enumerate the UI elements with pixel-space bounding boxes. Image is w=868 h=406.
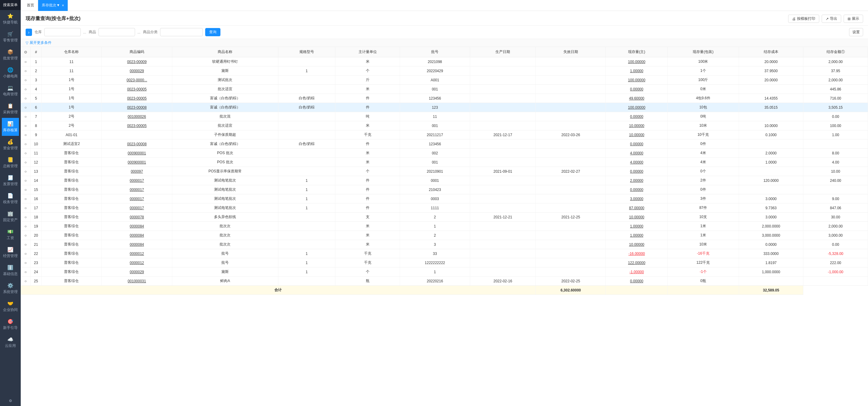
row-qty-main[interactable]: 0.00000: [606, 112, 668, 121]
row-qty-main[interactable]: 0.00000: [606, 167, 668, 176]
th-cost[interactable]: 结存成本: [739, 47, 803, 57]
sidebar-item-15[interactable]: ⚙️系统管理: [2, 280, 19, 298]
table-row[interactable]: ○ 19 普客综仓 0000084 批次次 米 1 1.00000 1米 2,0…: [21, 222, 868, 231]
row-qty-main[interactable]: 0.00000: [606, 139, 668, 149]
row-code[interactable]: [101, 130, 172, 139]
row-icon[interactable]: ○: [21, 103, 30, 112]
row-code[interactable]: 0000029: [101, 66, 172, 75]
row-qty-main[interactable]: 122.00000: [606, 258, 668, 267]
row-code[interactable]: 0000017: [101, 203, 172, 212]
row-icon[interactable]: ○: [21, 75, 30, 85]
row-qty-main[interactable]: 100.00000: [606, 57, 668, 66]
table-row[interactable]: ○ 5 1号 0023-00005 富诚（白色/奶棕） 白色/奶棕 件 1234…: [21, 94, 868, 103]
row-icon[interactable]: ○: [21, 222, 30, 231]
table-row[interactable]: ○ 15 普客综仓 0000017 测试电笔批次 1 件 210423 0.00…: [21, 185, 868, 194]
sidebar-item-10[interactable]: 📄税务管理: [2, 190, 19, 208]
row-icon[interactable]: ○: [21, 249, 30, 258]
row-code[interactable]: 0000017: [101, 194, 172, 203]
sidebar-item-1[interactable]: 🛒零售管理: [2, 28, 19, 46]
table-row[interactable]: ○ 16 普客综仓 0000017 测试电笔批次 1 件 0003 3.0000…: [21, 194, 868, 203]
row-code[interactable]: 000900001: [101, 149, 172, 158]
table-row[interactable]: ○ 13 普客综仓 000097 POS显示率保质期常 个 20210901 2…: [21, 167, 868, 176]
row-icon[interactable]: ○: [21, 267, 30, 276]
row-qty-main[interactable]: 0.00000: [606, 185, 668, 194]
row-code[interactable]: 0000017: [101, 185, 172, 194]
table-row[interactable]: ○ 12 普客综仓 000900001 POS 批次 米 001 4.00000…: [21, 158, 868, 167]
row-icon[interactable]: ○: [21, 212, 30, 222]
sidebar-item-18[interactable]: ☁️云应用: [2, 334, 19, 351]
table-row[interactable]: ○ 14 普客综仓 0000017 测试电笔批次 1 件 0001 2.0000…: [21, 176, 868, 185]
table-row[interactable]: ○ 2 11 0000029 黛斯 1 个 20220429 1.00000 1…: [21, 66, 868, 75]
row-qty-main[interactable]: -1.00000: [606, 267, 668, 276]
export-button[interactable]: ↗ 导出: [822, 14, 841, 23]
th-prod-date[interactable]: 生产日期: [470, 47, 535, 57]
row-code[interactable]: 0023-00005: [101, 85, 172, 94]
table-row[interactable]: ○ 25 普客综仓 001000031 鲜肉A 瓶 20220216 2022-…: [21, 276, 868, 286]
tab-close-icon[interactable]: ×: [62, 3, 64, 8]
row-icon[interactable]: ○: [21, 121, 30, 130]
row-icon[interactable]: ○: [21, 176, 30, 185]
sidebar-item-4[interactable]: 💻电商管理: [2, 82, 19, 100]
row-code[interactable]: 001000026: [101, 112, 172, 121]
row-qty-main[interactable]: 87.00000: [606, 203, 668, 212]
row-code[interactable]: 0000084: [101, 231, 172, 240]
row-code[interactable]: 001000031: [101, 276, 172, 286]
th-code[interactable]: 商品编码: [101, 47, 172, 57]
row-icon[interactable]: ○: [21, 85, 30, 94]
row-code[interactable]: 0000084: [101, 240, 172, 249]
table-row[interactable]: ○ 9 A01-01 子件保质期超 千克 20211217 2021-12-17…: [21, 130, 868, 139]
row-icon[interactable]: ○: [21, 139, 30, 149]
sidebar-item-14[interactable]: ℹ️基础信息: [2, 262, 19, 280]
row-qty-main[interactable]: 4.00000: [606, 149, 668, 158]
row-icon[interactable]: ○: [21, 258, 30, 267]
tab-home[interactable]: 首页: [23, 0, 38, 11]
row-icon[interactable]: ○: [21, 276, 30, 286]
th-unit[interactable]: 主计量单位: [335, 47, 400, 57]
row-code[interactable]: 0000078: [101, 212, 172, 222]
sidebar-item-0[interactable]: ⭐快捷导航: [2, 10, 19, 28]
th-spec[interactable]: 规格型号: [278, 47, 335, 57]
th-icon[interactable]: ⊙: [21, 47, 30, 57]
table-row[interactable]: ○ 22 普客综仓 0000012 批号 1 千克 33 -16.00000 -…: [21, 249, 868, 258]
row-qty-main[interactable]: 0.00000: [606, 276, 668, 286]
sidebar-item-13[interactable]: 📈经营管理: [2, 244, 19, 262]
th-amount[interactable]: 结存金额①: [803, 47, 868, 57]
th-qty-main[interactable]: 现存量(主): [606, 47, 668, 57]
table-row[interactable]: ○ 3 1号 0023-0000... 测试批次 斤 A001 100.0000…: [21, 75, 868, 85]
row-icon[interactable]: ○: [21, 94, 30, 103]
th-name[interactable]: 商品名称: [172, 47, 278, 57]
row-code[interactable]: 0023-00008: [101, 139, 172, 149]
table-row[interactable]: ○ 24 普客综仓 0000029 黛斯 1 个 1 -1.00000 -1个 …: [21, 267, 868, 276]
row-code[interactable]: 000900001: [101, 158, 172, 167]
sidebar-item-2[interactable]: 📦批发管理: [2, 46, 19, 64]
row-code[interactable]: 0000084: [101, 222, 172, 231]
category-input[interactable]: [160, 28, 203, 36]
row-icon[interactable]: ○: [21, 112, 30, 121]
table-row[interactable]: ○ 4 1号 0023-00005 批次适宜 米 001 0.00000 0米 …: [21, 85, 868, 94]
table-row[interactable]: ○ 7 2号 001000026 批次混 吨 11 0.00000 0吨 0.0…: [21, 112, 868, 121]
row-code[interactable]: 0000012: [101, 249, 172, 258]
row-icon[interactable]: ○: [21, 231, 30, 240]
table-row[interactable]: ○ 20 普客综仓 0000084 批次次 米 2 1.00000 1米 3,0…: [21, 231, 868, 240]
row-icon[interactable]: ○: [21, 158, 30, 167]
table-row[interactable]: ○ 8 2号 0023-00005 批次适宜 米 001 10.00000 10…: [21, 121, 868, 130]
sidebar-item-6[interactable]: 📊库存核算: [2, 118, 19, 136]
sidebar-item-12[interactable]: 💵工资: [2, 226, 19, 244]
row-icon[interactable]: ○: [21, 66, 30, 75]
row-icon[interactable]: ○: [21, 203, 30, 212]
row-code[interactable]: 0023-00008: [101, 103, 172, 112]
row-icon[interactable]: ○: [21, 194, 30, 203]
table-row[interactable]: ○ 6 1号 0023-00008 富诚（白色/奶棕） 白色/奶棕 件 123 …: [21, 103, 868, 112]
row-code[interactable]: 0023-0000...: [101, 75, 172, 85]
row-icon[interactable]: ○: [21, 185, 30, 194]
row-qty-main[interactable]: 0.00000: [606, 85, 668, 94]
row-qty-main[interactable]: 100.00000: [606, 103, 668, 112]
table-row[interactable]: ○ 17 普客综仓 0000017 测试电笔批次 1 件 1111 87.000…: [21, 203, 868, 212]
sidebar-item-5[interactable]: 📋采购管理: [2, 100, 19, 118]
sidebar-item-7[interactable]: 💰资金管理: [2, 136, 19, 154]
sidebar-item-9[interactable]: 🧾发票管理: [2, 172, 19, 190]
row-code[interactable]: 0000017: [101, 176, 172, 185]
sidebar-settings-button[interactable]: ⚙: [0, 396, 21, 406]
row-code[interactable]: 0023-00009: [101, 57, 172, 66]
row-qty-main[interactable]: 1.00000: [606, 231, 668, 240]
